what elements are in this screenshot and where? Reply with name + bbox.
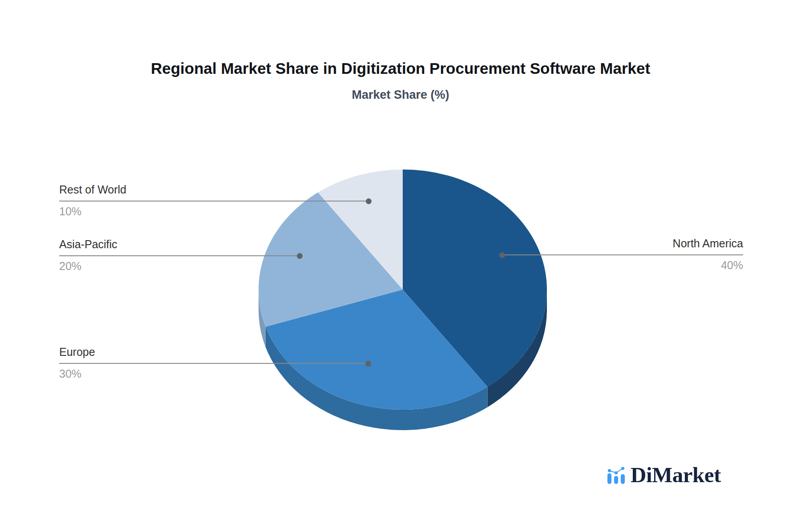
slice-value: 10% bbox=[59, 202, 368, 218]
leader-dot bbox=[365, 361, 371, 367]
callout-north-america: North America 40% bbox=[502, 237, 743, 272]
slice-label: Europe bbox=[59, 346, 368, 364]
logo-wordmark: DiMarket bbox=[631, 463, 721, 487]
slice-value: 30% bbox=[59, 364, 368, 380]
callout-asia-pacific: Asia-Pacific 20% bbox=[59, 238, 299, 273]
slice-value: 40% bbox=[502, 255, 743, 272]
callout-europe: Europe 30% bbox=[59, 346, 368, 380]
callout-rest-of-world: Rest of World 10% bbox=[59, 183, 368, 218]
slice-value: 20% bbox=[59, 256, 299, 273]
slice-label: Asia-Pacific bbox=[59, 238, 299, 256]
leader-dot bbox=[297, 253, 303, 259]
leader-dot bbox=[366, 198, 372, 204]
bar-line-chart-icon bbox=[607, 467, 626, 485]
chart-canvas: Regional Market Share in Digitization Pr… bbox=[0, 0, 801, 532]
slice-label: North America bbox=[502, 237, 743, 255]
leader-dot bbox=[499, 252, 505, 258]
slice-label: Rest of World bbox=[59, 183, 368, 202]
